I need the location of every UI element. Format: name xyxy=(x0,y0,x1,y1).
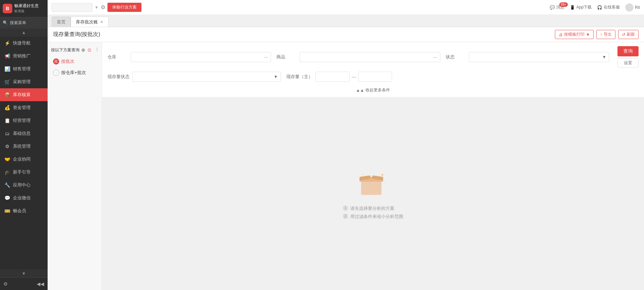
app-icon: 📱 xyxy=(570,5,575,10)
tab-close-icon[interactable]: ✕ xyxy=(100,20,103,24)
caigou-icon: 🛒 xyxy=(4,79,10,85)
right-content: 仓库 ··· 商品 ··· xyxy=(102,42,644,290)
topbar-settings-icon[interactable]: ⚙ xyxy=(101,4,105,11)
kuaijie-icon: ⚡ xyxy=(4,40,10,46)
service-label: 在线客服 xyxy=(604,4,620,10)
scheme-item-cangku-pici[interactable]: ○ 按仓库+批次 xyxy=(49,67,100,78)
export-button[interactable]: ↑ 导出 xyxy=(596,30,615,39)
avatar xyxy=(625,3,633,12)
sidebar-item-xitong[interactable]: ⚙ 系统管理 xyxy=(0,140,48,153)
sidebar: B 畅康通好生意 标准版 🔍 搜索菜单 ▲ ⚡ 快捷导航 📢 营销推广 📊 销售… xyxy=(0,0,48,290)
print-icon: 🖨 xyxy=(559,32,563,37)
topbar-dropdown-icon[interactable]: ▼ xyxy=(95,5,99,10)
sidebar-scroll-down[interactable]: ▼ xyxy=(0,269,48,277)
tab-home[interactable]: 首页 xyxy=(52,17,71,27)
empty-step-2: 2 用过滤条件来缩小分析范围 xyxy=(343,214,403,220)
sidebar-item-xiaoshou[interactable]: 📊 销售管理 xyxy=(0,62,48,75)
sidebar-item-qiye[interactable]: 🤝 企业协同 xyxy=(0,153,48,166)
sidebar-item-kucun[interactable]: 📦 库存核算 xyxy=(0,88,48,101)
online-service-button[interactable]: 🎧 在线客服 xyxy=(597,4,620,10)
app-label: App下载 xyxy=(576,4,592,10)
sidebar-item-zijin[interactable]: 💰 资金管理 xyxy=(0,101,48,114)
app-download-button[interactable]: 📱 App下载 xyxy=(570,4,592,10)
svg-text:✦: ✦ xyxy=(362,173,365,176)
collapse-sidebar-icon[interactable]: ◀◀ xyxy=(37,281,44,287)
jingying-icon: 📋 xyxy=(4,117,10,124)
filter-status: 状态 ▼ xyxy=(446,52,609,62)
scheme-label: 按批次 xyxy=(61,58,74,65)
empty-illustration: ★ ✦ ✦ xyxy=(356,166,390,200)
search-icon: 🔍 xyxy=(3,20,8,25)
sidebar-item-xinshou[interactable]: 🎓 新手引导 xyxy=(0,166,48,179)
tab-kucun-pici[interactable]: 库存批次账 ✕ xyxy=(71,17,108,27)
sidebar-scroll-up[interactable]: ▲ xyxy=(0,29,48,37)
page-title: 现存量查询(按批次) xyxy=(53,31,100,38)
sidebar-label: 畅会员 xyxy=(13,208,26,214)
sidebar-item-kuaijie[interactable]: ⚡ 快捷导航 xyxy=(0,37,48,50)
empty-icon: ★ ✦ ✦ xyxy=(356,166,390,200)
sidebar-label: 应用中心 xyxy=(13,182,31,188)
user-name: Rit xyxy=(635,5,640,10)
empty-step-1: 1 请先选择要分析的方案 xyxy=(343,205,403,212)
query-button[interactable]: 查询 xyxy=(617,46,639,56)
tabs-bar: 首页 库存批次账 ✕ xyxy=(48,15,644,27)
scheme-panel-header: 按以下方案查询 ⊕ ⊙ 《 xyxy=(48,45,102,56)
topbar-search-box[interactable] xyxy=(52,3,92,12)
query-btn-area: 查询 设置 xyxy=(617,46,639,68)
tab-home-label: 首页 xyxy=(57,19,66,25)
svg-rect-0 xyxy=(361,180,382,195)
user-menu-button[interactable]: Rit xyxy=(625,3,640,12)
status-label: 状态 xyxy=(446,54,466,60)
add-scheme-icon[interactable]: ⊕ xyxy=(81,47,85,53)
sidebar-label: 企业协同 xyxy=(13,156,31,162)
sidebar-item-weixin[interactable]: 💬 企业微信 xyxy=(0,192,48,204)
scheme-active-icon: 批 xyxy=(53,58,59,65)
stock-status-select[interactable]: ▼ xyxy=(132,72,281,82)
trial-button[interactable]: 体验行业方案 xyxy=(107,3,141,12)
page-header: 现存量查询(按批次) 🖨 按模板打印 ▼ ↑ 导出 ↺ 刷新 xyxy=(48,27,644,42)
sidebar-item-caigou[interactable]: 🛒 采购管理 xyxy=(0,75,48,88)
xinshou-icon: 🎓 xyxy=(4,169,10,175)
goods-dots-icon: ··· xyxy=(433,54,437,60)
collapse-more-btn[interactable]: ▲▲ 收起更多条件 xyxy=(107,86,639,93)
sidebar-item-jichu[interactable]: 🗂 基础信息 xyxy=(0,127,48,140)
sidebar-nav: ⚡ 快捷导航 📢 营销推广 📊 销售管理 🛒 采购管理 📦 库存核算 💰 xyxy=(0,37,48,269)
stock-qty-max-input[interactable] xyxy=(358,72,392,82)
scheme-item-pici[interactable]: 批 按批次 xyxy=(49,56,100,67)
tab-kucun-label: 库存批次账 xyxy=(76,19,98,25)
app-name: 畅康通好生意 xyxy=(14,3,39,9)
svg-text:✦: ✦ xyxy=(383,181,385,183)
sidebar-header: B 畅康通好生意 标准版 xyxy=(0,0,48,17)
stock-qty-min-input[interactable] xyxy=(316,72,350,82)
print-label: 按模板打印 xyxy=(564,32,584,37)
sidebar-item-jingying[interactable]: 📋 经营管理 xyxy=(0,114,48,127)
sidebar-item-yingyong[interactable]: 🔧 应用中心 xyxy=(0,179,48,192)
warehouse-input[interactable]: ··· xyxy=(131,52,271,62)
sidebar-item-changhui[interactable]: 🎫 畅会员 xyxy=(0,204,48,217)
search-menu-item[interactable]: 🔍 搜索菜单 xyxy=(0,17,48,29)
status-select[interactable]: ▼ xyxy=(469,52,609,62)
settings-icon[interactable]: ⚙ xyxy=(3,281,8,287)
svg-text:★: ★ xyxy=(380,173,384,177)
panel-collapse-icon[interactable]: 《 xyxy=(94,47,98,53)
collapse-label: 收起更多条件 xyxy=(366,87,390,93)
refresh-button[interactable]: ↺ 刷新 xyxy=(618,30,639,39)
sidebar-label: 销售管理 xyxy=(13,66,31,72)
scheme-settings-icon[interactable]: ⊙ xyxy=(87,47,91,53)
stock-qty-label: 现存量（主） xyxy=(286,74,313,80)
refresh-icon: ↺ xyxy=(622,32,625,37)
settings-button[interactable]: 设置 xyxy=(617,58,639,68)
topbar-left: ▼ ⚙ 体验行业方案 xyxy=(52,3,547,12)
goods-input[interactable]: ··· xyxy=(300,52,440,62)
empty-state: ★ ✦ ✦ 1 请先选择要分析的方案 2 用过滤条件来缩小分析范围 xyxy=(102,97,644,290)
collapse-icon: ▲▲ xyxy=(356,88,364,93)
filter-area: 仓库 ··· 商品 ··· xyxy=(102,42,644,97)
sidebar-label: 快捷导航 xyxy=(13,40,31,46)
print-button[interactable]: 🖨 按模板打印 ▼ xyxy=(555,30,594,39)
range-dash: — xyxy=(352,74,356,79)
sidebar-item-yingxiao[interactable]: 📢 营销推广 xyxy=(0,50,48,62)
print-dropdown-icon[interactable]: ▼ xyxy=(586,32,590,37)
message-button[interactable]: 💬 消息 99+ xyxy=(550,4,564,10)
jichu-icon: 🗂 xyxy=(4,130,10,137)
step2-text: 用过滤条件来缩小分析范围 xyxy=(350,214,403,220)
